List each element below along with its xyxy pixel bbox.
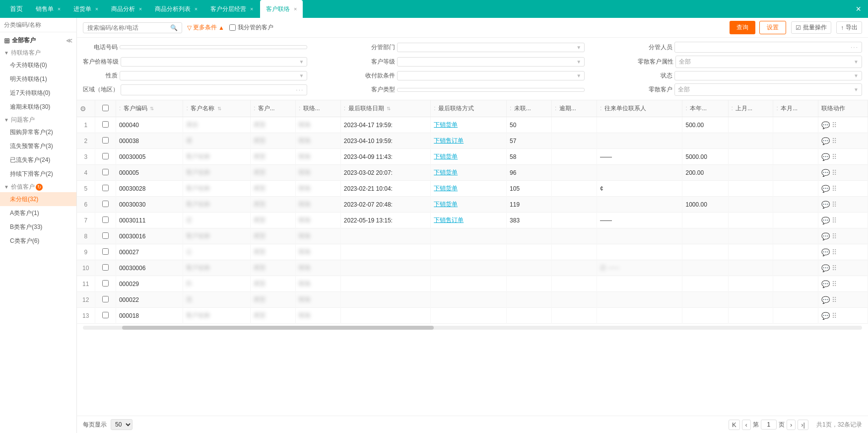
batch-ops-button[interactable]: ☑ 批量操作 <box>791 21 831 34</box>
more-action-icon[interactable]: ⠿ <box>832 153 837 161</box>
filter-price-tier-select[interactable]: ▼ <box>121 57 307 67</box>
more-action-icon[interactable]: ⠿ <box>832 201 837 209</box>
row-checkbox[interactable] <box>102 216 109 223</box>
row-checkbox[interactable] <box>102 201 109 207</box>
row-checkbox[interactable] <box>102 296 109 302</box>
contact-action-icon[interactable]: 💬 <box>821 280 830 288</box>
nav-sales[interactable]: 销售单 × <box>30 0 67 18</box>
sidebar-item-loss-warning[interactable]: 流失预警客户(3) <box>0 139 76 153</box>
contact-action-icon[interactable]: 💬 <box>821 312 830 320</box>
contact-action-icon[interactable]: 💬 <box>821 232 830 240</box>
filter-retail-select[interactable]: 全部 ▼ <box>674 83 862 96</box>
filter-payment-select[interactable]: ▼ <box>397 71 585 80</box>
more-conditions-btn[interactable]: ▽ 更多条件 ▲ <box>187 23 224 32</box>
first-page-button[interactable]: K <box>729 420 740 430</box>
nav-customer-contact[interactable]: 客户联络 × <box>260 0 303 18</box>
contact-action-icon[interactable]: 💬 <box>821 121 830 129</box>
sidebar-item-tomorrow-pending[interactable]: 明天待联络(1) <box>0 72 76 86</box>
sort-icon-name[interactable]: ⇅ <box>217 106 221 111</box>
filter-customer-tier-select[interactable]: ▼ <box>397 57 585 67</box>
sort-icon[interactable]: ⇅ <box>150 106 154 111</box>
contact-action-icon[interactable]: 💬 <box>821 248 830 256</box>
settings-gear-button[interactable]: ⚙ <box>80 105 86 113</box>
sidebar-item-class-a[interactable]: A类客户(1) <box>0 206 76 220</box>
contact-action-icon[interactable]: 💬 <box>821 264 830 272</box>
query-button[interactable]: 查询 <box>730 21 755 34</box>
more-action-icon[interactable]: ⠿ <box>832 264 837 272</box>
nav-purchase[interactable]: 进货单 × <box>67 0 104 18</box>
per-page-select[interactable]: 50 <box>111 419 133 430</box>
more-action-icon[interactable]: ⠿ <box>832 216 837 224</box>
more-action-icon[interactable]: ⠿ <box>832 169 837 177</box>
contact-action-icon[interactable]: 💬 <box>821 296 830 304</box>
contact-action-icon[interactable]: 💬 <box>821 169 830 177</box>
contact-action-icon[interactable]: 💬 <box>821 216 830 224</box>
last-way-link[interactable]: 下销货单 <box>434 201 458 208</box>
nav-home[interactable]: 首页 <box>4 0 29 18</box>
contact-action-icon[interactable]: 💬 <box>821 201 830 209</box>
more-action-icon[interactable]: ⠿ <box>832 137 837 145</box>
last-way-link[interactable]: 下销售订单 <box>434 216 464 223</box>
row-checkbox[interactable] <box>102 248 109 255</box>
export-button[interactable]: ↑ 导出 <box>836 21 862 34</box>
last-way-link[interactable]: 下销货单 <box>434 121 458 128</box>
sidebar-item-class-b[interactable]: B类客户(33) <box>0 220 76 234</box>
filter-manager-select[interactable]: ··· <box>674 42 862 53</box>
sidebar-item-lost-customers[interactable]: 已流失客户(24) <box>0 153 76 167</box>
filter-status-select[interactable]: ▼ <box>674 71 862 80</box>
next-page-button[interactable]: › <box>787 420 796 430</box>
group-value-customers[interactable]: ▼ 价值客户 ↻ <box>0 181 76 192</box>
contact-action-icon[interactable]: 💬 <box>821 153 830 161</box>
row-checkbox[interactable] <box>102 121 109 128</box>
sidebar-item-ungrouped[interactable]: 未分组(32) <box>0 192 76 206</box>
more-action-icon[interactable]: ⠿ <box>832 312 837 320</box>
my-customers-checkbox[interactable]: 我分管的客户 <box>229 23 273 32</box>
sort-icon-date[interactable]: ⇅ <box>387 106 391 111</box>
sidebar-item-class-c[interactable]: C类客户(6) <box>0 234 76 248</box>
row-checkbox[interactable] <box>102 137 109 144</box>
group-problem-customers[interactable]: ▼ 问题客户 <box>0 114 76 125</box>
nav-product-analysis[interactable]: 商品分析 × <box>105 0 148 18</box>
filter-retail-attr-select[interactable]: 全部 ▼ <box>675 56 862 68</box>
collapse-sidebar-icon[interactable]: ≪ <box>66 37 72 44</box>
more-action-icon[interactable]: ⠿ <box>832 232 837 240</box>
more-action-icon[interactable]: ⠿ <box>832 121 837 129</box>
close-all-button[interactable]: × <box>853 4 864 14</box>
last-way-link[interactable]: 下销货单 <box>434 185 458 192</box>
last-way-link[interactable]: 下销售订单 <box>434 137 464 144</box>
more-action-icon[interactable]: ⠿ <box>832 248 837 256</box>
more-action-icon[interactable]: ⠿ <box>832 185 837 193</box>
filter-customer-type-select[interactable] <box>397 88 585 92</box>
filter-region-select[interactable]: ··· <box>121 84 307 95</box>
contact-action-icon[interactable]: 💬 <box>821 137 830 145</box>
more-icon-2[interactable]: ··· <box>296 86 304 93</box>
row-checkbox[interactable] <box>102 169 109 175</box>
filter-nature-select[interactable]: ▼ <box>120 71 307 80</box>
reset-button[interactable]: 设置 <box>759 21 786 34</box>
last-way-link[interactable]: 下销货单 <box>434 153 458 160</box>
prev-page-button[interactable]: ‹ <box>742 420 751 430</box>
close-purchase-tab[interactable]: × <box>95 6 98 12</box>
my-customers-check[interactable] <box>229 24 236 31</box>
search-input[interactable] <box>87 24 170 31</box>
sidebar-search-input[interactable] <box>4 21 77 28</box>
group-pending-contact[interactable]: ▼ 待联络客户 <box>0 47 76 58</box>
sidebar-item-7days-pending[interactable]: 近7天待联络(0) <box>0 86 76 100</box>
filter-dept-select[interactable]: ▼ <box>397 43 585 52</box>
row-checkbox[interactable] <box>102 280 109 287</box>
search-icon[interactable]: 🔍 <box>170 24 178 31</box>
select-all-checkbox[interactable] <box>102 105 109 111</box>
more-action-icon[interactable]: ⠿ <box>832 280 837 288</box>
row-checkbox[interactable] <box>102 264 109 271</box>
scrollbar[interactable] <box>83 326 862 330</box>
page-input[interactable] <box>761 420 777 430</box>
last-page-button[interactable]: ›| <box>798 420 808 430</box>
row-checkbox[interactable] <box>102 312 109 318</box>
row-checkbox[interactable] <box>102 232 109 239</box>
sidebar-item-overdue-pending[interactable]: 逾期未联络(30) <box>0 100 76 114</box>
nav-product-list[interactable]: 商品分析列表 × <box>149 0 203 18</box>
refresh-icon[interactable]: ↻ <box>36 184 43 191</box>
close-customer-tier-tab[interactable]: × <box>250 6 253 12</box>
last-way-link[interactable]: 下销货单 <box>434 169 458 176</box>
close-sales-tab[interactable]: × <box>58 6 61 12</box>
